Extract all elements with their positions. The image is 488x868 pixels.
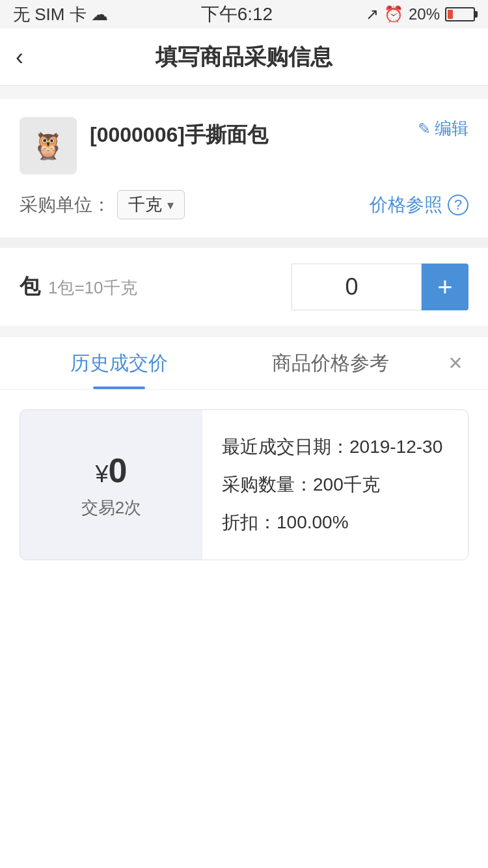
quantity-plus-button[interactable]: + <box>422 264 468 310</box>
section-divider <box>0 237 488 248</box>
tab-active-indicator <box>93 387 145 389</box>
tabs-header: 历史成交价 商品价格参考 × <box>0 337 488 390</box>
unit-name-label: 包 <box>20 273 40 301</box>
battery-fill <box>448 10 453 19</box>
history-price-content: ¥0 交易2次 最近成交日期：2019-12-30 采购数量：200千克 折扣：… <box>0 390 488 580</box>
tabs-container: 历史成交价 商品价格参考 × ¥0 交易2次 最近成交日期：2019-12-30… <box>0 336 488 580</box>
edit-button[interactable]: ✎ 编辑 <box>418 117 468 140</box>
battery-icon <box>445 7 475 21</box>
price-card-left: ¥0 交易2次 <box>20 410 202 560</box>
recent-date-label: 最近成交日期： <box>222 437 349 457</box>
unit-value: 千克 <box>128 193 162 216</box>
chevron-down-icon: ▾ <box>167 197 174 213</box>
discount-row: 折扣：100.00% <box>222 509 448 536</box>
tab-price-reference[interactable]: 商品价格参考 <box>224 337 436 389</box>
product-image: 🦉 <box>20 117 77 174</box>
edit-icon: ✎ <box>418 120 431 138</box>
quantity-control: + <box>291 264 468 310</box>
price-ref-label: 价格参照 <box>370 193 442 217</box>
tab-history-price[interactable]: 历史成交价 <box>13 337 224 389</box>
tab-close-button[interactable]: × <box>436 337 475 389</box>
product-card: 🦉 [0000006]手撕面包 ✎ 编辑 采购单位： 千克 ▾ 价格参照 ? <box>0 99 488 237</box>
nav-bar: ‹ 填写商品采购信息 <box>0 29 488 86</box>
quantity-input[interactable] <box>291 264 422 310</box>
product-header: 🦉 [0000006]手撕面包 ✎ 编辑 <box>20 117 468 174</box>
price-card: ¥0 交易2次 最近成交日期：2019-12-30 采购数量：200千克 折扣：… <box>20 409 468 560</box>
status-right: ↗ ⏰ 20% <box>366 5 475 23</box>
discount-label: 折扣： <box>222 512 277 532</box>
product-name: [0000006]手撕面包 <box>90 117 268 150</box>
sim-label: 无 SIM 卡 ☁ <box>13 3 108 26</box>
tab-price-reference-label: 商品价格参考 <box>272 350 389 377</box>
quantity-row: 包 1包=10千克 + <box>0 248 488 326</box>
status-time: 下午6:12 <box>201 2 273 27</box>
purchase-qty-label: 采购数量： <box>222 474 313 495</box>
unit-selector[interactable]: 千克 ▾ <box>117 190 185 219</box>
edit-label: 编辑 <box>435 117 468 140</box>
trades-count: 交易2次 <box>81 496 141 519</box>
tab-history-price-label: 历史成交价 <box>70 350 168 377</box>
price-card-right: 最近成交日期：2019-12-30 采购数量：200千克 折扣：100.00% <box>202 410 468 560</box>
location-icon: ↗ <box>366 5 379 23</box>
purchase-qty-row: 采购数量：200千克 <box>222 471 448 498</box>
product-meta: 采购单位： 千克 ▾ 价格参照 ? <box>20 190 468 219</box>
unit-text: 采购单位： <box>20 193 111 217</box>
status-bar: 无 SIM 卡 ☁ 下午6:12 ↗ ⏰ 20% <box>0 0 488 29</box>
purchase-qty-value: 200千克 <box>313 474 380 495</box>
page-title: 填写商品采购信息 <box>156 42 332 72</box>
alarm-icon: ⏰ <box>384 5 403 23</box>
price-amount: ¥0 <box>96 451 128 490</box>
discount-value: 100.00% <box>277 512 349 532</box>
status-left: 无 SIM 卡 ☁ <box>13 3 108 26</box>
recent-date-row: 最近成交日期：2019-12-30 <box>222 433 448 461</box>
unit-row: 采购单位： 千克 ▾ <box>20 190 185 219</box>
currency-symbol: ¥ <box>96 461 109 487</box>
quantity-left: 包 1包=10千克 <box>20 273 137 301</box>
unit-conversion-label: 1包=10千克 <box>48 277 137 299</box>
back-button[interactable]: ‹ <box>16 44 23 71</box>
product-logo-icon: 🦉 <box>32 131 64 161</box>
price-reference-button[interactable]: 价格参照 ? <box>370 193 468 217</box>
price-value: 0 <box>109 452 128 489</box>
bottom-space <box>0 580 488 868</box>
product-left: 🦉 [0000006]手撕面包 <box>20 117 268 174</box>
recent-date-value: 2019-12-30 <box>349 437 442 457</box>
battery-percent: 20% <box>409 5 440 23</box>
question-icon: ? <box>448 195 468 215</box>
